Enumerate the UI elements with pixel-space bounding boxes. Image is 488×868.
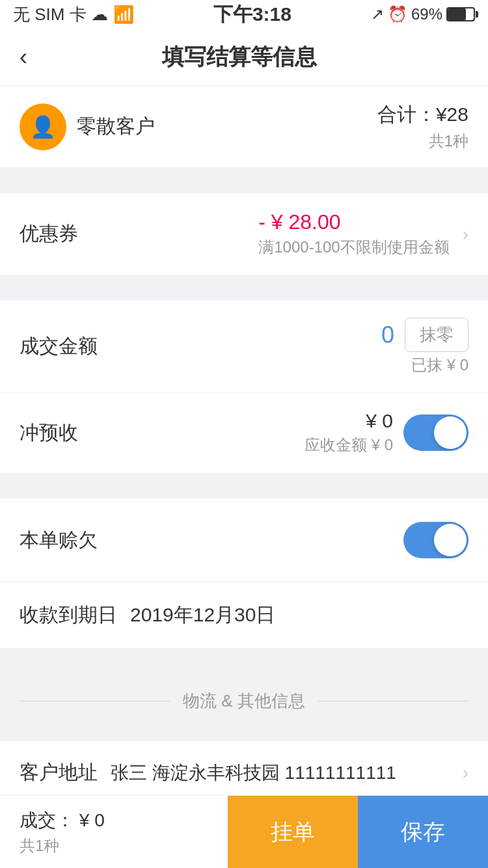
prepayment-toggle[interactable]	[403, 414, 468, 451]
bottom-summary: 成交： ¥ 0 共1种	[0, 796, 228, 868]
bottom-summary-count: 共1种	[20, 835, 208, 856]
hold-button[interactable]: 挂单	[228, 796, 358, 868]
avatar-icon: 👤	[30, 115, 56, 139]
status-right: ↗ ⏰ 69%	[371, 5, 475, 23]
credit-label: 本单赊欠	[20, 527, 98, 554]
battery-icon	[446, 7, 475, 21]
due-date-label: 收款到期日	[20, 602, 117, 629]
alarm-icon: ⏰	[388, 5, 407, 23]
coupon-values: - ¥ 28.00 满1000-100不限制使用金额	[258, 210, 449, 258]
bottom-summary-label: 成交：	[20, 810, 74, 830]
logistics-line-right	[318, 701, 468, 701]
nav-bar: ‹ 填写结算等信息	[0, 29, 488, 86]
address-label: 客户地址	[20, 759, 98, 786]
credit-row: 本单赊欠	[0, 498, 488, 582]
transaction-right: 0 抹零 已抹 ¥ 0	[98, 318, 468, 375]
coupon-sub: 满1000-100不限制使用金额	[258, 237, 449, 258]
save-button[interactable]: 保存	[358, 796, 488, 868]
location-icon: ↗	[371, 5, 384, 23]
page-title: 填写结算等信息	[34, 42, 445, 72]
coupon-right: - ¥ 28.00 满1000-100不限制使用金额 ›	[78, 210, 468, 258]
coupon-section[interactable]: 优惠券 - ¥ 28.00 满1000-100不限制使用金额 ›	[0, 193, 488, 275]
status-bar: 无 SIM 卡 ☁ 📶 下午3:18 ↗ ⏰ 69%	[0, 0, 488, 29]
logistics-line-left	[20, 701, 170, 701]
transaction-row: 成交金额 0 抹零 已抹 ¥ 0	[0, 301, 488, 392]
customer-name: 零散客户	[77, 113, 155, 140]
content-area: 👤 零散客户 合计：¥28 共1种 优惠券 - ¥ 28.00 满1000-10…	[0, 86, 488, 868]
avatar: 👤	[20, 103, 66, 150]
due-date-row: 收款到期日 2019年12月30日	[0, 582, 488, 648]
chevron-right-icon: ›	[463, 224, 468, 245]
wifi-icon: 📶	[113, 5, 134, 25]
battery-text: 69%	[411, 5, 442, 23]
credit-toggle[interactable]	[403, 522, 468, 558]
logistics-title: 物流 & 其他信息	[183, 690, 305, 712]
credit-toggle-knob	[434, 524, 467, 556]
transaction-label: 成交金额	[20, 333, 98, 360]
transaction-amount: 0	[381, 321, 394, 349]
logistics-header: 物流 & 其他信息	[0, 674, 488, 728]
customer-section: 👤 零散客户 合计：¥28 共1种	[0, 86, 488, 167]
bottom-summary-amount: ¥ 0	[79, 810, 105, 830]
signal-text: 无 SIM 卡 ☁	[13, 3, 108, 26]
back-button[interactable]: ‹	[13, 37, 34, 77]
prepayment-row: 冲预收 ¥ 0 应收金额 ¥ 0	[0, 392, 488, 472]
status-time: 下午3:18	[213, 1, 291, 28]
bottom-bar: 成交： ¥ 0 共1种 挂单 保存	[0, 795, 488, 868]
transaction-values: 0 抹零 已抹 ¥ 0	[381, 318, 468, 375]
credit-section: 本单赊欠 收款到期日 2019年12月30日	[0, 498, 488, 648]
transaction-section: 成交金额 0 抹零 已抹 ¥ 0 冲预收 ¥ 0 应收金额 ¥ 0	[0, 301, 488, 472]
prepayment-label: 冲预收	[20, 420, 78, 446]
coupon-label: 优惠券	[20, 221, 78, 247]
bottom-summary-top: 成交： ¥ 0	[20, 808, 208, 833]
round-zero-button[interactable]: 抹零	[405, 318, 468, 352]
already-rounded: 已抹 ¥ 0	[381, 355, 468, 375]
total-amount: 合计：¥28	[377, 102, 468, 128]
customer-row: 👤 零散客户 合计：¥28 共1种	[0, 86, 488, 167]
prepayment-sub: 应收金额 ¥ 0	[305, 435, 393, 455]
customer-left: 👤 零散客户	[20, 103, 155, 150]
coupon-row[interactable]: 优惠券 - ¥ 28.00 满1000-100不限制使用金额 ›	[0, 193, 488, 275]
prepayment-right: ¥ 0 应收金额 ¥ 0	[78, 410, 468, 455]
customer-total: 合计：¥28 共1种	[377, 102, 468, 152]
prepayment-amount: ¥ 0	[305, 410, 393, 432]
total-count: 共1种	[377, 131, 468, 152]
toggle-knob	[434, 416, 467, 449]
address-chevron-icon: ›	[463, 763, 468, 783]
status-left: 无 SIM 卡 ☁ 📶	[13, 3, 134, 26]
coupon-discount: - ¥ 28.00	[258, 210, 449, 234]
due-date-value: 2019年12月30日	[130, 602, 275, 629]
address-value: 张三 海淀永丰科技园 11111111111	[111, 761, 447, 785]
prepayment-values: ¥ 0 应收金额 ¥ 0	[305, 410, 393, 455]
